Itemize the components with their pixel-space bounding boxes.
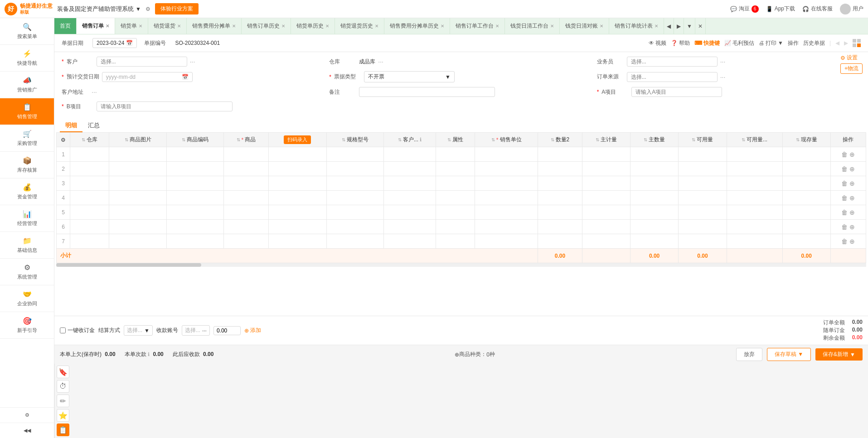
row-warehouse[interactable] <box>70 162 109 176</box>
col-settings[interactable]: ⚙ <box>57 133 70 147</box>
row-attributes[interactable] <box>436 205 475 220</box>
row-customer-no[interactable] <box>384 191 436 205</box>
row-sales-unit[interactable] <box>475 234 538 249</box>
row-delete-icon[interactable]: 🗑 <box>841 194 848 202</box>
sidebar-item-marketing[interactable]: 📣 营销推广 <box>0 72 54 98</box>
row-qty2[interactable] <box>538 205 582 220</box>
print-btn[interactable]: 🖨 打印 ▼ <box>759 39 783 47</box>
discard-button[interactable]: 放弃 <box>736 348 762 361</box>
tab-summary[interactable]: 汇总 <box>82 120 105 132</box>
row-product-code[interactable] <box>166 234 223 249</box>
credit-info-icon[interactable]: ℹ <box>148 351 150 357</box>
sidebar-item-inventory[interactable]: 📦 库存核算 <box>0 152 54 178</box>
tab-close-icon[interactable]: ✕ <box>441 24 444 29</box>
save-new-button[interactable]: 保存&新增 ▼ <box>815 348 863 361</box>
notification-item[interactable]: 💬 淘豆 6 <box>730 5 759 13</box>
row-customer-no[interactable] <box>384 162 436 176</box>
tab-next-btn[interactable]: ▶ <box>674 18 684 34</box>
row-qty2[interactable] <box>538 220 582 234</box>
row-copy-icon[interactable]: ⊕ <box>849 151 855 158</box>
sidebar-item-cooperation[interactable]: 🤝 企业协同 <box>0 285 54 312</box>
row-main-qty[interactable] <box>630 220 678 234</box>
row-copy-icon[interactable]: ⊕ <box>849 165 855 173</box>
row-spec-model[interactable] <box>326 220 383 234</box>
row-attributes[interactable] <box>436 234 475 249</box>
row-delete-icon[interactable]: 🗑 <box>841 238 848 245</box>
tab-sales-order-history[interactable]: 销售订单历史 ✕ <box>242 18 291 34</box>
row-sales-unit[interactable] <box>475 176 538 191</box>
tab-close-icon[interactable]: ✕ <box>375 24 378 29</box>
row-product[interactable] <box>223 191 268 205</box>
sidebar-item-guide[interactable]: 🎯 新手引导 <box>0 312 54 339</box>
row-attributes[interactable] <box>436 191 475 205</box>
sidebar-collapse-btn[interactable]: ◀◀ <box>0 423 54 438</box>
save-new-dropdown-icon[interactable]: ▼ <box>850 351 855 358</box>
one-click-payment-checkbox[interactable]: 一键收订金 <box>60 327 95 334</box>
tab-home[interactable]: 首页 <box>54 18 77 34</box>
add-material-btn[interactable]: +物流 <box>840 63 863 74</box>
tab-return-history[interactable]: 销货退货历史 ✕ <box>335 18 384 34</box>
tab-close-icon[interactable]: ✕ <box>655 24 658 29</box>
row-qty2[interactable] <box>538 162 582 176</box>
row-spec-model[interactable] <box>326 191 383 205</box>
row-spec-model[interactable] <box>326 176 383 191</box>
sidebar-item-finance[interactable]: 💰 资金管理 <box>0 178 54 205</box>
row-customer-no[interactable] <box>384 220 436 234</box>
delivery-date-field[interactable]: yyyy-mm-dd 📅 <box>102 72 193 82</box>
row-product-code[interactable] <box>166 191 223 205</box>
right-panel-clipboard-icon[interactable]: 📋 <box>57 424 69 436</box>
col-info-icon[interactable]: ℹ <box>420 137 422 143</box>
system-selector[interactable]: 装备及固定资产辅助管理系统 ▼ <box>57 5 141 13</box>
payment-method-select[interactable]: 选择... ▼ <box>124 325 153 336</box>
right-panel-clock-icon[interactable]: ⏱ <box>57 380 69 393</box>
user-item[interactable]: 用户 <box>840 4 863 14</box>
row-product[interactable] <box>223 162 268 176</box>
save-draft-dropdown-icon[interactable]: ▼ <box>798 351 803 357</box>
right-panel-edit-icon[interactable]: ✏ <box>57 395 69 407</box>
row-product[interactable] <box>223 205 268 220</box>
row-main-qty[interactable] <box>630 234 678 249</box>
tab-close-icon[interactable]: ✕ <box>232 24 236 29</box>
row-product-code[interactable] <box>166 176 223 191</box>
delivery-calendar-icon[interactable]: 📅 <box>182 74 189 80</box>
row-sales-unit[interactable] <box>475 162 538 176</box>
settings-icon[interactable]: ⚙ <box>145 6 150 12</box>
order-source-dots-btn[interactable]: ··· <box>720 73 726 81</box>
customer-dots-btn[interactable]: ··· <box>190 58 195 65</box>
row-delete-icon[interactable]: 🗑 <box>841 223 848 231</box>
tab-sales-order[interactable]: 销售订单 ✕ <box>77 18 115 34</box>
row-main-qty[interactable] <box>630 191 678 205</box>
tab-more-btn[interactable]: ▼ <box>684 18 695 34</box>
row-warehouse[interactable] <box>70 191 109 205</box>
row-warehouse[interactable] <box>70 147 109 162</box>
app-download-item[interactable]: 📱 App下载 <box>766 5 795 13</box>
payment-amount-input[interactable] <box>213 326 241 335</box>
tab-sales-bill-history[interactable]: 销货单历史 ✕ <box>291 18 335 34</box>
row-copy-icon[interactable]: ⊕ <box>849 209 855 216</box>
scrollbar-thumb[interactable] <box>56 263 201 267</box>
tab-prev-btn[interactable]: ◀ <box>664 18 674 34</box>
tab-order-stats[interactable]: 销售订单统计表 ✕ <box>609 18 664 34</box>
tab-detail[interactable]: 明细 <box>60 120 82 132</box>
row-copy-icon[interactable]: ⊕ <box>849 223 855 231</box>
row-main-qty[interactable] <box>630 176 678 191</box>
operations-btn[interactable]: 操作 <box>788 39 799 47</box>
tab-sales-return[interactable]: 销货退货 ✕ <box>148 18 187 34</box>
account-select[interactable]: 选择... ··· <box>182 325 210 336</box>
remarks-input[interactable] <box>359 87 495 97</box>
row-attributes[interactable] <box>436 162 475 176</box>
row-attributes[interactable] <box>436 176 475 191</box>
sidebar-settings-btn[interactable]: ⚙ <box>0 407 54 423</box>
sidebar-item-system[interactable]: ⚙ 系统管理 <box>0 259 54 285</box>
sidebar-item-management[interactable]: 📊 经营管理 <box>0 205 54 232</box>
row-product[interactable] <box>223 147 268 162</box>
b-project-input[interactable] <box>97 101 233 111</box>
row-product[interactable] <box>223 176 268 191</box>
tab-close-icon[interactable]: ✕ <box>106 24 109 29</box>
row-main-qty[interactable] <box>630 147 678 162</box>
salesperson-input[interactable] <box>627 57 718 67</box>
row-spec-model[interactable] <box>326 234 383 249</box>
horizontal-scrollbar[interactable] <box>56 263 866 267</box>
customer-input[interactable] <box>97 57 187 67</box>
row-spec-model[interactable] <box>326 162 383 176</box>
